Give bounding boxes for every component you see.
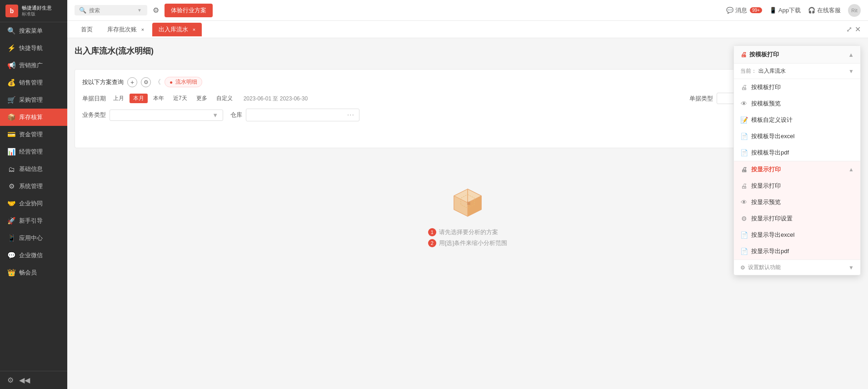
filter-collapse-icon[interactable]: 《 xyxy=(155,78,161,86)
dropdown-header-actions: ▲ xyxy=(848,51,854,58)
online-service-item[interactable]: 🎧 在线客服 xyxy=(808,6,841,15)
beginner-icon: 🚀 xyxy=(7,217,15,225)
search-input[interactable] xyxy=(89,7,135,14)
sidebar-item-label: 快捷导航 xyxy=(19,44,43,52)
collapse-icon[interactable]: ◀◀ xyxy=(19,376,30,384)
sidebar-item-member[interactable]: 👑 畅会员 xyxy=(0,264,67,281)
dropdown-title: 🖨 按模板打印 xyxy=(740,50,779,59)
dropdown-scroll: 🖨 按模板打印 👁 按模板预览 📝 模板自定义设计 📄 按模板导出excel 📄… xyxy=(734,79,860,259)
dropdown-current-arrow: ▼ xyxy=(848,68,854,75)
sidebar-item-quick-nav[interactable]: ⚡ 快捷导航 xyxy=(0,40,67,57)
industry-solution-button[interactable]: 体验行业方案 xyxy=(165,4,213,17)
svg-text:≡: ≡ xyxy=(467,199,470,207)
logo-sub: 标准版 xyxy=(22,11,52,17)
sidebar-item-operations[interactable]: 📊 经营管理 xyxy=(0,143,67,160)
dp-item-display-print-settings[interactable]: ⚙ 按显示打印设置 xyxy=(734,210,860,227)
sidebar-item-basic-info[interactable]: 🗂 基础信息 xyxy=(0,160,67,178)
topbar-gear-icon[interactable]: ⚙ xyxy=(153,6,159,15)
filter-label: 按以下方案查询 xyxy=(82,78,124,86)
sidebar-item-label: 营销推广 xyxy=(19,61,43,70)
dropdown-up-icon[interactable]: ▲ xyxy=(848,51,854,58)
empty-box-icon: ≡ xyxy=(449,185,486,221)
sidebar-item-label: 搜索菜单 xyxy=(19,27,43,35)
sidebar-item-label: 库存核算 xyxy=(19,113,43,121)
app-center-icon: 📱 xyxy=(7,234,15,242)
tab-batch-account[interactable]: 库存批次账 × xyxy=(101,23,150,36)
tab-close-all-icon[interactable]: ✕ xyxy=(855,25,861,34)
sidebar-item-beginner[interactable]: 🚀 新手引导 xyxy=(0,212,67,229)
dp-item-display-export-excel[interactable]: 📄 按显示导出excel xyxy=(734,227,860,243)
app-download-item[interactable]: 📱 App下载 xyxy=(769,6,801,15)
sidebar-item-label: 企业微信 xyxy=(19,251,43,259)
user-avatar[interactable]: Rit xyxy=(848,4,861,17)
logo-name: 畅捷通好生意 xyxy=(22,5,52,11)
date-option-this-month[interactable]: 本月 xyxy=(130,94,148,103)
business-type-select[interactable]: ▼ xyxy=(110,110,223,121)
dp-item-template-preview[interactable]: 👁 按模板预览 xyxy=(734,95,860,112)
display-printer-icon: 🖨 xyxy=(740,182,748,190)
sidebar-nav: 🔍 搜索菜单 ⚡ 快捷导航 📢 营销推广 💰 销售管理 🛒 采购管理 📦 库存核… xyxy=(0,22,67,371)
sidebar-item-wechat[interactable]: 💬 企业微信 xyxy=(0,247,67,264)
sidebar-item-marketing[interactable]: 📢 营销推广 xyxy=(0,57,67,74)
enterprise-icon: 🤝 xyxy=(7,199,15,208)
dropdown-footer-icon: ⚙ xyxy=(740,264,745,271)
sidebar-item-search[interactable]: 🔍 搜索菜单 xyxy=(0,22,67,40)
business-type-label: 业务类型 xyxy=(82,111,106,119)
notification-icon: 💬 xyxy=(726,7,733,14)
tab-home[interactable]: 首页 xyxy=(75,23,99,36)
date-option-last-month[interactable]: 上月 xyxy=(110,94,128,103)
dp-item-template-export-pdf[interactable]: 📄 按模板导出pdf xyxy=(734,145,860,161)
marketing-icon: 📢 xyxy=(7,61,15,70)
date-option-7days[interactable]: 近7天 xyxy=(170,94,191,103)
tab-flow-close[interactable]: × xyxy=(193,27,195,32)
tab-maximize-icon[interactable]: ⤢ xyxy=(846,25,852,34)
sidebar-item-purchase[interactable]: 🛒 采购管理 xyxy=(0,91,67,109)
search-icon: 🔍 xyxy=(79,7,86,14)
notification-item[interactable]: 💬 消息 99+ xyxy=(726,6,762,15)
date-option-this-year[interactable]: 本年 xyxy=(150,94,168,103)
dropdown-title-icon: 🖨 xyxy=(740,51,747,58)
sidebar-item-sales[interactable]: 💰 销售管理 xyxy=(0,74,67,91)
settings-icon[interactable]: ⚙ xyxy=(7,376,14,384)
filter-business-type-field: 业务类型 ▼ xyxy=(82,110,223,121)
sidebar-item-inventory[interactable]: 📦 库存核算 xyxy=(0,109,67,126)
tabs-right-actions: ⤢ ✕ xyxy=(846,25,861,34)
sidebar-item-finance[interactable]: 💳 资金管理 xyxy=(0,126,67,143)
sidebar-item-app-center[interactable]: 📱 应用中心 xyxy=(0,229,67,247)
filter-tag: ● 流水明细 xyxy=(165,77,202,87)
topbar-search[interactable]: 🔍 ▼ xyxy=(75,5,147,15)
sidebar-item-label: 基础信息 xyxy=(19,165,43,173)
tab-flow[interactable]: 出入库流水 × xyxy=(152,23,202,36)
tab-batch-account-close[interactable]: × xyxy=(141,27,144,32)
date-option-more[interactable]: 更多 xyxy=(193,94,211,103)
empty-tips: 1 请先选择要分析的方案 2 用[选]条件来缩小分析范围 xyxy=(428,228,507,250)
warehouse-select[interactable]: ··· xyxy=(246,109,359,121)
notification-label: 消息 xyxy=(735,6,747,15)
dp-item-display-preview[interactable]: 👁 按显示预览 xyxy=(734,194,860,210)
dropdown-footer-label: 设置默认功能 xyxy=(748,264,781,271)
notification-badge: 99+ xyxy=(750,7,762,13)
dp-item-display-print[interactable]: 🖨 按显示打印 xyxy=(734,178,860,194)
pdf-icon: 📄 xyxy=(740,149,748,156)
sidebar-item-label: 畅会员 xyxy=(19,269,37,277)
basic-info-icon: 🗂 xyxy=(7,165,15,173)
sidebar-bottom: ⚙ ◀◀ xyxy=(0,371,67,389)
dp-item-template-export-excel[interactable]: 📄 按模板导出excel xyxy=(734,128,860,145)
dp-item-template-print[interactable]: 🖨 按模板打印 xyxy=(734,79,860,95)
tip-num-1: 1 xyxy=(428,228,436,236)
filter-settings-button[interactable]: ⚙ xyxy=(141,77,151,87)
dp-item-template-custom[interactable]: 📝 模板自定义设计 xyxy=(734,112,860,128)
topbar-right: 💬 消息 99+ 📱 App下载 🎧 在线客服 Rit xyxy=(726,4,861,17)
dp-item-display-export-pdf[interactable]: 📄 按显示导出pdf xyxy=(734,243,860,259)
dropdown-footer[interactable]: ⚙ 设置默认功能 ▼ xyxy=(734,259,860,275)
section-expand-icon[interactable]: ▲ xyxy=(848,166,854,173)
filter-add-button[interactable]: + xyxy=(127,77,137,87)
sidebar-item-system[interactable]: ⚙ 系统管理 xyxy=(0,178,67,195)
operations-icon: 📊 xyxy=(7,148,15,156)
date-option-custom[interactable]: 自定义 xyxy=(213,94,236,103)
dp-section-display: 🖨 按显示打印 ▲ xyxy=(734,161,860,178)
tip-text-2: 用[选]条件来缩小分析范围 xyxy=(439,239,507,247)
sidebar-item-enterprise[interactable]: 🤝 企业协同 xyxy=(0,195,67,212)
display-excel-icon: 📄 xyxy=(740,231,748,239)
sidebar-item-label: 应用中心 xyxy=(19,234,43,242)
